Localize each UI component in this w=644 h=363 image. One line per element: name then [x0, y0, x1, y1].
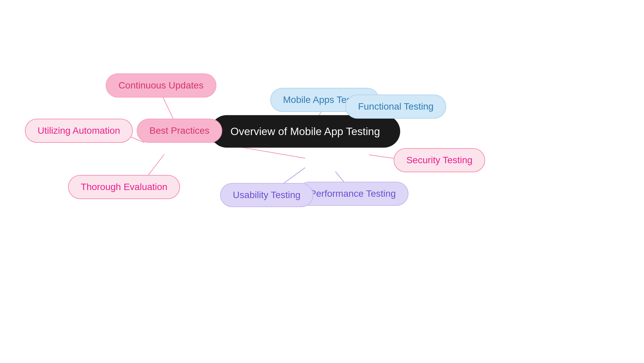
continuous-updates-node: Continuous Updates [106, 73, 216, 98]
thorough-evaluation-node: Thorough Evaluation [68, 175, 180, 199]
utilizing-automation-node: Utilizing Automation [25, 119, 133, 143]
best-practices-node: Best Practices [137, 119, 222, 143]
center-node: Overview of Mobile App Testing [210, 115, 400, 148]
usability-testing-node: Usability Testing [220, 183, 313, 207]
performance-testing-node: Performance Testing [297, 182, 409, 206]
functional-testing-node: Functional Testing [345, 95, 446, 119]
security-testing-node: Security Testing [393, 148, 485, 172]
